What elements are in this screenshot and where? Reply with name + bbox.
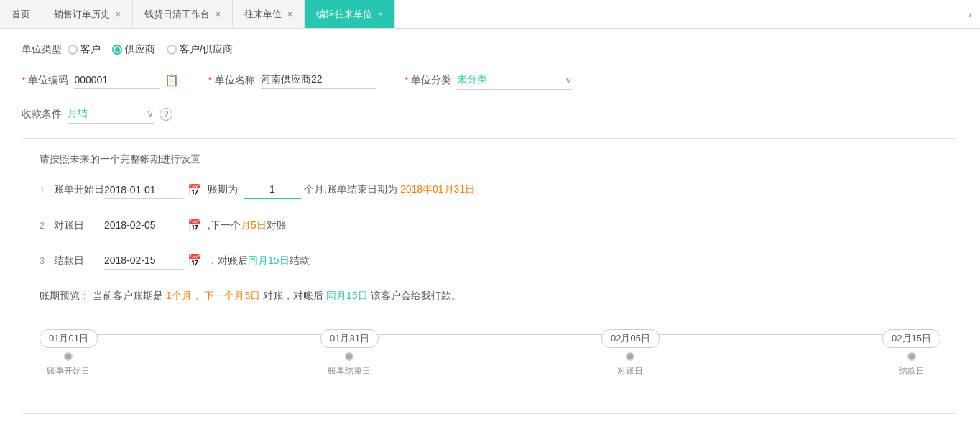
period-label-1: 账单开始日 — [54, 183, 104, 196]
main-content: 单位类型 客户 供应商 客户/供应商 * 单位编码 📋 * 单位名称 — [0, 29, 980, 437]
tab-cash-work[interactable]: 钱货日清工作台 × — [133, 0, 233, 28]
tab-edit-partner[interactable]: 编辑往来单位 × — [305, 0, 395, 28]
unit-category-value: 未分类 — [457, 73, 562, 86]
timeline-label-2: 对账日 — [617, 365, 643, 377]
period-row2-prefix: ,下一个 — [208, 219, 241, 232]
unit-info-row: * 单位编码 📋 * 单位名称 * 单位分类 未分类 ∨ — [22, 70, 958, 90]
tab-partner[interactable]: 往来单位 × — [233, 0, 305, 28]
period-title: 请按照未来的一个完整帐期进行设置 — [40, 153, 940, 166]
period-months-input[interactable] — [244, 180, 301, 199]
period-row-3: 3 结款日 📅 ，对账后 同月15日 结款 — [40, 252, 940, 270]
unit-type-radio-group: 客户 供应商 客户/供应商 — [68, 43, 233, 56]
period-cal-icon-2[interactable]: 📅 — [188, 218, 202, 232]
timeline-bubble-2: 02月05日 — [601, 329, 660, 348]
timeline-dot-3 — [907, 352, 916, 361]
unit-category-arrow-icon: ∨ — [565, 74, 572, 86]
period-row-2: 2 对账日 📅 ,下一个月5日 对账 — [40, 216, 940, 234]
tab-sales-history[interactable]: 销售订单历史 × — [42, 0, 133, 28]
period-cal-icon-3[interactable]: 📅 — [188, 254, 202, 267]
tab-close-cash-work[interactable]: × — [216, 9, 221, 19]
period-months-label: 账期为 — [208, 183, 238, 196]
unit-name-input[interactable] — [261, 71, 376, 89]
unit-type-row: 单位类型 客户 供应商 客户/供应商 — [22, 43, 958, 56]
unit-code-label: 单位编码 — [28, 74, 68, 87]
radio-supplier[interactable]: 供应商 — [112, 43, 155, 56]
tab-bar: 首页 销售订单历史 × 钱货日清工作台 × 往来单位 × 编辑往来单位 × › — [0, 0, 980, 29]
period-date-input-1[interactable] — [104, 181, 183, 199]
period-date-input-2[interactable] — [104, 216, 183, 234]
period-label-3: 结款日 — [54, 254, 104, 267]
unit-category-group: * 单位分类 未分类 ∨ — [405, 70, 572, 90]
tab-more-button[interactable]: › — [959, 0, 980, 28]
period-row-1: 1 账单开始日 📅 账期为 个月,账单结束日期为 2018年01月31日 — [40, 180, 940, 199]
radio-circle-supplier — [112, 45, 122, 55]
preview-text: 账期预览： 当前客户账期是 1个月， 下一个月5日 对账，对账后 同月15日 该… — [40, 287, 940, 305]
payment-terms-value: 月结 — [68, 107, 144, 120]
payment-terms-row: 收款条件 月结 ∨ ? — [22, 104, 958, 124]
timeline-bubble-1: 01月31日 — [320, 329, 379, 348]
unit-name-group: * 单位名称 — [208, 71, 375, 89]
radio-customer[interactable]: 客户 — [68, 43, 101, 56]
period-num-2: 2 — [40, 220, 54, 231]
period-row3-prefix: ，对账后 — [208, 254, 248, 267]
timeline-dot-0 — [64, 352, 73, 361]
timeline: 01月01日 账单开始日 01月31日 账单结束日 02月05日 对账日 02月… — [40, 322, 940, 399]
timeline-dot-1 — [345, 352, 353, 361]
tab-close-sales-history[interactable]: × — [116, 9, 121, 19]
help-icon[interactable]: ? — [160, 108, 172, 121]
timeline-point-0: 01月01日 账单开始日 — [40, 329, 98, 377]
unit-name-label: 单位名称 — [215, 74, 255, 87]
unit-category-label: 单位分类 — [411, 74, 451, 87]
timeline-label-1: 账单结束日 — [328, 365, 371, 377]
period-label-2: 对账日 — [54, 219, 104, 232]
unit-code-group: * 单位编码 📋 — [22, 71, 179, 89]
timeline-dot-2 — [626, 352, 634, 361]
period-date-input-3[interactable] — [104, 252, 183, 270]
period-months-suffix: 个月,账单结束日期为 — [304, 183, 397, 196]
unit-category-select[interactable]: 未分类 ∨ — [457, 70, 572, 90]
timeline-point-3: 02月15日 结款日 — [882, 329, 940, 377]
tab-home[interactable]: 首页 — [0, 0, 42, 28]
unit-type-label: 单位类型 — [22, 43, 62, 56]
timeline-point-1: 01月31日 账单结束日 — [320, 329, 379, 377]
timeline-bubble-0: 01月01日 — [40, 329, 98, 348]
payment-terms-arrow-icon: ∨ — [147, 108, 154, 119]
timeline-label-0: 账单开始日 — [47, 365, 90, 377]
timeline-point-2: 02月05日 对账日 — [601, 329, 660, 377]
tab-close-edit-partner[interactable]: × — [378, 9, 383, 19]
payment-terms-select[interactable]: 月结 ∨ — [68, 104, 154, 124]
unit-code-input[interactable] — [74, 71, 160, 89]
timeline-bubble-3: 02月15日 — [882, 329, 940, 348]
period-box: 请按照未来的一个完整帐期进行设置 1 账单开始日 📅 账期为 个月,账单结束日期… — [22, 138, 958, 414]
period-cal-icon-1[interactable]: 📅 — [188, 183, 202, 197]
period-end-date: 2018年01月31日 — [400, 183, 475, 196]
radio-both[interactable]: 客户/供应商 — [167, 43, 233, 56]
payment-terms-label: 收款条件 — [22, 108, 62, 121]
period-num-1: 1 — [40, 185, 54, 196]
tab-close-partner[interactable]: × — [287, 9, 292, 19]
period-num-3: 3 — [40, 255, 54, 266]
timeline-points: 01月01日 账单开始日 01月31日 账单结束日 02月05日 对账日 02月… — [40, 329, 940, 377]
timeline-label-3: 结款日 — [899, 365, 925, 377]
radio-circle-customer — [68, 45, 78, 55]
unit-code-icon[interactable]: 📋 — [165, 73, 179, 87]
radio-circle-both — [167, 45, 177, 55]
